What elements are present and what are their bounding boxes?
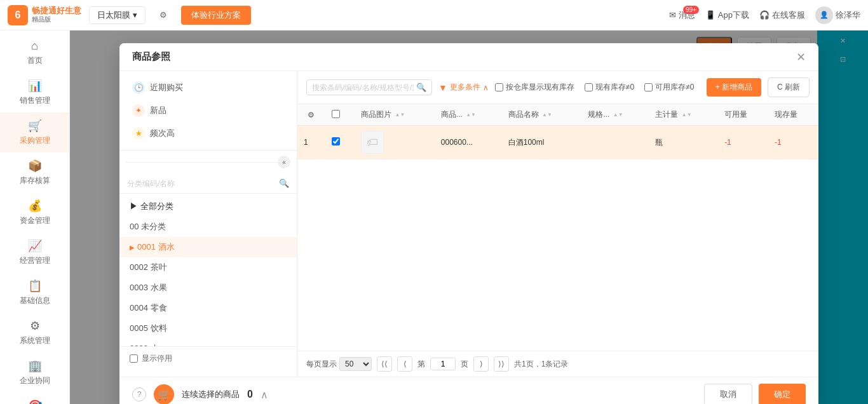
frequent-icon: ★ xyxy=(132,127,145,140)
chevron-down-icon: ▾ xyxy=(133,10,137,20)
messages-nav-item[interactable]: ✉ 消息 99+ xyxy=(669,10,695,21)
edition-label: 精品版 xyxy=(32,15,81,24)
category-item-0004[interactable]: 0004 零食 xyxy=(119,298,297,318)
logo-area[interactable]: 6 畅捷通好生意 精品版 xyxy=(8,5,81,25)
logo-icon: 6 xyxy=(8,5,28,25)
available-stock-checkbox[interactable] xyxy=(644,83,653,91)
show-disabled-label[interactable]: 显示停用 xyxy=(142,353,172,364)
page-last-button[interactable]: ⟩⟩ xyxy=(494,356,509,372)
category-item-0008[interactable]: 0008 水 xyxy=(119,339,297,346)
cancel-button[interactable]: 取消 xyxy=(704,384,752,404)
category-item-0003[interactable]: 0003 水果 xyxy=(119,278,297,298)
select-all-checkbox[interactable] xyxy=(332,110,340,118)
filter-button[interactable]: ▼ 更多条件 ∧ xyxy=(438,82,489,93)
modal-footer: ? 🛒 连续选择的商品 0 ∧ 取消 确定 xyxy=(119,377,818,404)
sort-arrows-spec[interactable]: ▲▼ xyxy=(613,112,623,118)
message-icon: ✉ xyxy=(669,10,676,20)
sidebar-item-guide[interactable]: 🎯 新手引导 xyxy=(0,393,69,404)
top-nav: 6 畅捷通好生意 精品版 日太阳膜 ▾ ⚙ 体验行业方案 ✉ 消息 99+ 📱 … xyxy=(0,0,868,30)
help-icon[interactable]: ? xyxy=(132,387,146,401)
guide-icon: 🎯 xyxy=(28,399,42,404)
sidebar: ⌂ 首页 📊 销售管理 🛒 采购管理 📦 库存核算 💰 资金管理 📈 经营管理 … xyxy=(0,30,70,404)
footer-collapse-icon[interactable]: ∧ xyxy=(261,389,268,401)
user-item[interactable]: 👤 徐泽华 xyxy=(815,6,860,24)
category-search-input[interactable] xyxy=(127,179,275,188)
sidebar-item-inventory[interactable]: 📦 库存核算 xyxy=(0,152,69,192)
current-stock-label: 现有库存≠0 xyxy=(595,82,634,93)
th-unit: 主计量 ▲▼ xyxy=(649,104,718,126)
category-search-icon[interactable]: 🔍 xyxy=(279,178,289,188)
page-first-button[interactable]: ⟨⟨ xyxy=(377,356,392,372)
online-service-item[interactable]: 🎧 在线客服 xyxy=(759,10,805,21)
company-selector[interactable]: 日太阳膜 ▾ xyxy=(89,6,146,24)
sidebar-item-operation[interactable]: 📈 经营管理 xyxy=(0,232,69,273)
recent-icon: 🕒 xyxy=(132,81,145,94)
app-download-label: App下载 xyxy=(718,10,749,21)
category-item-0005[interactable]: 0005 饮料 xyxy=(119,318,297,339)
main-layout: ⌂ 首页 📊 销售管理 🛒 采购管理 📦 库存核算 💰 资金管理 📈 经营管理 … xyxy=(0,30,868,404)
page-next-button[interactable]: ⟩ xyxy=(473,356,489,372)
checkbox-available-stock[interactable]: 可用库存≠0 xyxy=(644,82,694,93)
select-count: 0 xyxy=(247,389,253,400)
row-checkbox[interactable] xyxy=(332,137,340,145)
th-spec: 规格... ▲▼ xyxy=(581,104,649,126)
page-suffix: 页 xyxy=(461,359,468,370)
per-page-select[interactable]: 50 100 200 xyxy=(339,357,372,371)
sidebar-item-purchase[interactable]: 🛒 采购管理 xyxy=(0,112,69,152)
checkbox-current-stock[interactable]: 现有库存≠0 xyxy=(585,82,634,93)
confirm-button[interactable]: 确定 xyxy=(759,384,806,404)
sidebar-item-home[interactable]: ⌂ 首页 xyxy=(0,33,69,72)
cell-stock: -1 xyxy=(768,126,818,159)
sort-arrows-name[interactable]: ▲▼ xyxy=(542,112,552,118)
per-page-wrap: 每页显示 50 100 200 xyxy=(306,357,372,371)
sort-arrows-image[interactable]: ▲▼ xyxy=(395,112,405,118)
cart-icon[interactable]: 🛒 xyxy=(154,384,174,404)
th-settings[interactable]: ⚙ xyxy=(297,104,325,126)
checkbox-warehouse[interactable]: 按仓库显示现有库存 xyxy=(495,82,574,93)
search-icon[interactable]: 🔍 xyxy=(416,83,426,92)
settings-icon[interactable]: ⚙ xyxy=(153,5,173,25)
cell-spec xyxy=(581,126,649,159)
sidebar-item-basics[interactable]: 📋 基础信息 xyxy=(0,273,69,313)
operation-icon: 📈 xyxy=(28,239,42,253)
category-item-00[interactable]: 00 未分类 xyxy=(119,217,297,237)
quick-link-frequent[interactable]: ★ 频次高 xyxy=(126,123,290,144)
quick-link-recent[interactable]: 🕒 近期购买 xyxy=(126,77,290,98)
warehouse-checkbox[interactable] xyxy=(495,83,503,91)
product-thumbnail: 🏷 xyxy=(361,131,384,154)
messages-badge: 99+ xyxy=(683,6,699,14)
inventory-icon: 📦 xyxy=(28,159,42,173)
filter-icon: ▼ xyxy=(438,83,447,93)
new-icon: ✦ xyxy=(132,104,145,117)
th-available: 可用量 xyxy=(718,104,768,126)
category-00-label: 00 未分类 xyxy=(130,221,166,232)
app-download-item[interactable]: 📱 App下载 xyxy=(705,10,749,21)
brand-name: 畅捷通好生意 xyxy=(32,6,81,16)
quick-link-new[interactable]: ✦ 新品 xyxy=(126,100,290,121)
sort-arrows-unit[interactable]: ▲▼ xyxy=(682,112,692,118)
refresh-button[interactable]: C 刷新 xyxy=(768,77,810,97)
page-number-input[interactable] xyxy=(430,358,456,370)
trial-button[interactable]: 体验行业方案 xyxy=(181,6,251,25)
add-product-button[interactable]: + 新增商品 xyxy=(707,78,761,97)
modal-close-button[interactable]: ✕ xyxy=(796,51,806,63)
table-row[interactable]: 1 🏷 000600... 白酒100ml xyxy=(297,126,818,159)
product-search-input[interactable] xyxy=(312,83,414,92)
sidebar-item-sales[interactable]: 📊 销售管理 xyxy=(0,72,69,112)
collapse-button[interactable]: « xyxy=(278,156,290,168)
show-disabled-checkbox[interactable] xyxy=(130,354,138,363)
th-name-label: 商品名称 xyxy=(508,110,539,119)
sidebar-item-enterprise[interactable]: 🏢 企业协同 xyxy=(0,353,69,393)
sidebar-item-system[interactable]: ⚙ 系统管理 xyxy=(0,313,69,353)
sort-arrows-code[interactable]: ▲▼ xyxy=(466,112,476,118)
current-stock-checkbox[interactable] xyxy=(585,83,593,91)
category-item-0002[interactable]: 0002 茶叶 xyxy=(119,257,297,278)
category-0005-label: 0005 饮料 xyxy=(130,323,167,334)
page-label: 第 xyxy=(417,359,425,370)
page-prev-button[interactable]: ⟨ xyxy=(397,356,412,372)
category-item-0001[interactable]: ▶ 0001 酒水 xyxy=(119,237,297,257)
th-stock: 现存量 xyxy=(768,104,818,126)
category-0001-label: 0001 酒水 xyxy=(137,241,175,253)
category-all[interactable]: ▶ 全部分类 xyxy=(119,196,297,217)
sidebar-item-finance[interactable]: 💰 资金管理 xyxy=(0,192,69,232)
